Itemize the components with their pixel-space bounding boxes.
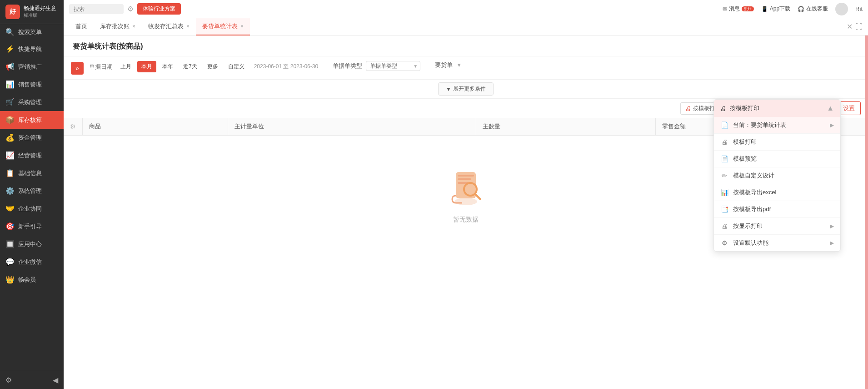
resize-handle[interactable] <box>865 35 868 389</box>
dropdown-template-preview[interactable]: 📄 模板预览 <box>714 151 840 167</box>
global-search-input[interactable] <box>69 4 124 14</box>
col-quantity: 主数量 <box>476 118 655 136</box>
sidebar-item-system[interactable]: ⚙️ 系统管理 <box>0 182 64 200</box>
message-icon: ✉ <box>723 6 727 12</box>
date-filter-label: 单据日期 <box>89 63 113 71</box>
template-print-label: 模板打印 <box>733 138 757 146</box>
dropdown-current-template[interactable]: 📄 当前：要货单统计表 ▶ <box>714 117 840 134</box>
type-select[interactable]: 单据单类型 <box>366 61 420 71</box>
sidebar-item-purchase[interactable]: 🛒 采购管理 <box>0 93 64 111</box>
tab-inventory-batch-close[interactable]: × <box>132 23 135 30</box>
svg-rect-3 <box>458 178 471 180</box>
sidebar-item-label: 应用中心 <box>18 240 42 248</box>
user-avatar[interactable] <box>835 3 848 15</box>
default-func-arrow: ▶ <box>830 240 834 246</box>
sidebar-item-label: 企业微信 <box>18 258 42 266</box>
col-product-label: 商品 <box>89 123 101 130</box>
sidebar-item-quick-nav[interactable]: ⚡ 快捷导航 <box>0 40 64 58</box>
app-version: 标准版 <box>24 12 56 19</box>
download-icon: 📱 <box>761 6 768 12</box>
online-service-item[interactable]: 🎧 在线客服 <box>798 5 828 13</box>
tab-receipt-summary[interactable]: 收发存汇总表 × <box>142 18 196 35</box>
empty-icon <box>443 163 489 208</box>
sidebar-item-inventory[interactable]: 📦 库存核算 <box>0 111 64 129</box>
page-content: 要货单统计表(按商品) » 单据日期 上月 本月 本年 近7天 更多 自定义 2… <box>64 35 868 389</box>
trial-btn[interactable]: 体验行业方案 <box>137 3 181 15</box>
top-bar-left: ⚙ 体验行业方案 <box>69 3 181 15</box>
date-btn-7days[interactable]: 近7天 <box>179 61 201 72</box>
svg-line-6 <box>475 194 480 199</box>
default-func-icon: ⚙ <box>720 239 728 247</box>
tab-inventory-batch[interactable]: 库存批次账 × <box>94 18 142 35</box>
tab-inventory-batch-label: 库存批次账 <box>100 22 130 30</box>
date-btn-this-month[interactable]: 本月 <box>137 61 156 72</box>
date-filter-group: 单据日期 上月 本月 本年 近7天 更多 自定义 2023-06-01 至 20… <box>89 61 318 72</box>
sidebar-bottom: ⚙ ◀ <box>0 371 64 389</box>
expand-more-btn[interactable]: ▼ 展开更多条件 <box>438 82 494 96</box>
print-header-icon: 🖨 <box>720 105 726 112</box>
dropdown-default-func[interactable]: ⚙ 设置默认功能 ▶ <box>714 235 840 251</box>
filter-expand-btn[interactable]: » <box>71 62 84 75</box>
tab-home[interactable]: 首页 <box>69 18 94 35</box>
date-btn-last-month[interactable]: 上月 <box>116 61 135 72</box>
tab-order-stats[interactable]: 要货单统计表 × <box>196 18 250 35</box>
sidebar-item-apps[interactable]: 🔲 应用中心 <box>0 235 64 253</box>
settings-bottom-icon[interactable]: ⚙ <box>5 376 12 384</box>
template-pdf-label: 按模板导出pdf <box>733 205 771 213</box>
finance-icon: 💰 <box>5 133 15 142</box>
system-icon: ⚙️ <box>5 187 15 195</box>
dropdown-template-custom[interactable]: ✏ 模板自定义设计 <box>714 167 840 184</box>
sidebar-item-finance[interactable]: 💰 资金管理 <box>0 129 64 147</box>
sidebar-item-sales[interactable]: 📊 销售管理 <box>0 76 64 93</box>
date-btn-custom[interactable]: 自定义 <box>224 61 249 72</box>
sidebar-item-collab[interactable]: 🤝 企业协同 <box>0 200 64 217</box>
template-excel-label: 按模板导出excel <box>733 188 776 197</box>
dropdown-display-print[interactable]: 🖨 按显示打印 ▶ <box>714 218 840 235</box>
table-settings-icon[interactable]: ⚙ <box>70 123 76 130</box>
collapse-icon[interactable]: ◀ <box>53 376 58 384</box>
message-item[interactable]: ✉ 消息 99+ <box>723 5 754 13</box>
date-btn-this-year[interactable]: 本年 <box>158 61 177 72</box>
tab-bar-close-icon[interactable]: ✕ <box>847 22 853 31</box>
default-func-label: 设置默认功能 <box>733 239 768 247</box>
sidebar-item-guide[interactable]: 🎯 新手引导 <box>0 217 64 235</box>
template-preview-icon: 📄 <box>720 155 728 162</box>
tab-receipt-summary-close[interactable]: × <box>186 23 190 30</box>
sidebar-item-basic[interactable]: 📋 基础信息 <box>0 164 64 182</box>
current-template-arrow: ▶ <box>830 122 834 128</box>
quick-nav-icon: ⚡ <box>5 45 15 53</box>
apps-icon: 🔲 <box>5 240 15 248</box>
sidebar-item-wechat[interactable]: 💬 企业微信 <box>0 253 64 271</box>
dropdown-template-excel[interactable]: 📊 按模板导出excel <box>714 184 840 201</box>
expand-more-label: 展开更多条件 <box>453 85 486 93</box>
print-dropdown-header-left: 🖨 按模板打印 <box>720 104 759 112</box>
sidebar-item-search[interactable]: 🔍 搜索菜单 <box>0 24 64 40</box>
dropdown-template-pdf[interactable]: 📑 按模板导出pdf <box>714 201 840 218</box>
empty-text: 暂无数据 <box>453 216 479 224</box>
expand-more-row: ▼ 展开更多条件 <box>64 80 868 99</box>
sidebar-item-member[interactable]: 👑 畅会员 <box>0 271 64 288</box>
sidebar-item-label: 经营管理 <box>18 152 42 160</box>
tab-order-stats-close[interactable]: × <box>240 23 244 30</box>
display-print-arrow: ▶ <box>830 223 834 229</box>
filter-bar: » 单据日期 上月 本月 本年 近7天 更多 自定义 2023-06-01 至 … <box>64 56 868 80</box>
inventory-icon: 📦 <box>5 116 15 124</box>
basic-icon: 📋 <box>5 169 15 177</box>
operations-icon: 📈 <box>5 151 15 160</box>
dropdown-template-print[interactable]: 🖨 模板打印 <box>714 134 840 151</box>
tab-bar-expand-icon[interactable]: ⛶ <box>855 23 863 31</box>
topbar-gear-icon[interactable]: ⚙ <box>127 5 134 13</box>
type-filter-group: 单据单类型 单据单类型 ▼ <box>333 61 420 71</box>
date-btn-more[interactable]: 更多 <box>203 61 222 72</box>
display-print-icon: 🖨 <box>720 222 728 230</box>
sidebar-item-label: 系统管理 <box>18 187 42 195</box>
app-download-item[interactable]: 📱 App下载 <box>761 5 790 13</box>
logo-text-block: 畅捷通好生意 标准版 <box>24 5 56 19</box>
service-icon: 🎧 <box>798 6 804 12</box>
sidebar-item-operations[interactable]: 📈 经营管理 <box>0 147 64 164</box>
order-type-dropdown-icon: ▼ <box>456 62 462 68</box>
sidebar-item-label: 畅会员 <box>18 276 36 284</box>
print-dropdown-header: 🖨 按模板打印 ▲ <box>714 100 840 117</box>
print-dropdown-close-btn[interactable]: ▲ <box>827 104 834 112</box>
sidebar-item-marketing[interactable]: 📢 营销推广 <box>0 58 64 76</box>
